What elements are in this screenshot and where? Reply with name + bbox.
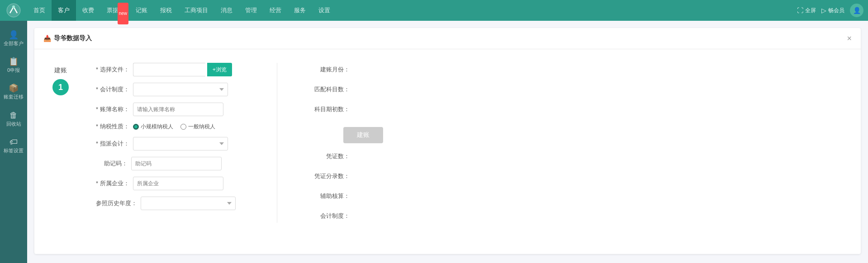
nav-item-home[interactable]: 首页 [27, 0, 52, 21]
panel-title-icon: 📥 [43, 35, 51, 42]
tax-small-radio[interactable]: 小规模纳税人 [133, 123, 173, 131]
form-section: * 选择文件： +浏览 * 会计制度： [96, 63, 241, 210]
sidebar-item-tag-settings[interactable]: 🏷 标签设置 [0, 132, 27, 159]
match-subjects-label: 匹配科目数： [313, 85, 350, 94]
ref-year-label: 参照历史年度： [96, 199, 137, 207]
ledger-name-row: * 账簿名称： [96, 103, 241, 116]
member-icon: ▷ [821, 7, 826, 14]
step-row: 建账 1 * 选择文件： +浏览 [52, 63, 843, 223]
nav-item-fee[interactable]: 收费 [76, 0, 100, 21]
file-label: * 选择文件： [96, 66, 129, 74]
step-badge: 1 [52, 79, 69, 95]
nav-right: ⛶ 全屏 ▷ 畅会员 👤 [797, 4, 863, 17]
file-text-input[interactable] [133, 63, 205, 76]
declaration-icon: 📋 [9, 57, 19, 66]
period-initial-label: 科目期初数： [313, 105, 350, 113]
accountant-select[interactable] [133, 137, 228, 150]
avatar[interactable]: 👤 [850, 4, 863, 17]
accounting-system-info-row: 会计制度： [313, 209, 413, 223]
svg-point-1 [12, 5, 15, 8]
file-input-row: +浏览 [133, 63, 232, 76]
voucher-entries-label: 凭证分录数： [313, 172, 350, 180]
fullscreen-icon: ⛶ [797, 7, 803, 14]
fullscreen-button[interactable]: ⛶ 全屏 [797, 7, 816, 14]
nav-item-bookkeeping[interactable]: 记账 [129, 0, 154, 21]
app-logo [5, 1, 23, 19]
company-row: * 所属企业： [96, 177, 241, 190]
voucher-count-row: 凭证数： [313, 150, 413, 163]
sidebar: 👤 全部客户 📋 0申报 📦 账套迁移 🗑 回收站 🏷 标签设置 [0, 21, 27, 263]
tax-type-radio-group: 小规模纳税人 一般纳税人 [133, 123, 215, 131]
browse-button[interactable]: +浏览 [207, 63, 232, 76]
sidebar-item-tag-settings-label: 标签设置 [4, 148, 24, 154]
build-button-container: 建账 [313, 122, 413, 143]
ledger-name-input[interactable] [133, 103, 223, 116]
nav-item-service[interactable]: 服务 [288, 0, 312, 21]
nav-item-manage[interactable]: 管理 [239, 0, 263, 21]
build-button[interactable]: 建账 [343, 127, 383, 143]
recycle-icon: 🗑 [9, 111, 18, 119]
company-input[interactable] [133, 177, 223, 190]
top-nav: 首页 客户 收费 票据 new 记账 报税 工商项目 消息 管理 经营 服务 设… [0, 0, 868, 21]
tax-general-radio[interactable]: 一般纳税人 [180, 123, 215, 131]
sidebar-item-all-customers[interactable]: 👤 全部客户 [0, 25, 27, 52]
sidebar-item-account-migration-label: 账套迁移 [4, 94, 24, 100]
voucher-entries-row: 凭证分录数： [313, 169, 413, 183]
file-row: * 选择文件： +浏览 [96, 63, 241, 76]
sidebar-item-declaration-label: 0申报 [7, 67, 20, 73]
ref-year-select[interactable] [141, 197, 236, 210]
aux-accounting-row: 辅助核算： [313, 189, 413, 203]
step-left: 建账 1 [52, 63, 69, 95]
panel-body: 建账 1 * 选择文件： +浏览 [34, 49, 861, 236]
accounting-system-select[interactable] [133, 83, 228, 96]
accounting-system-label: * 会计制度： [96, 85, 129, 94]
sidebar-item-recycle-label: 回收站 [6, 121, 21, 127]
panel-header: 📥 导爷数据导入 × [34, 28, 861, 49]
close-button[interactable]: × [847, 34, 852, 42]
nav-item-invoice[interactable]: 票据 new [100, 0, 129, 21]
voucher-count-label: 凭证数： [313, 152, 350, 160]
memo-code-row: 助记码： [96, 157, 241, 170]
nav-items: 首页 客户 收费 票据 new 记账 报税 工商项目 消息 管理 经营 服务 设… [27, 0, 797, 21]
main-layout: 👤 全部客户 📋 0申报 📦 账套迁移 🗑 回收站 🏷 标签设置 📥 导爷数据导… [0, 21, 868, 263]
ledger-name-label: * 账簿名称： [96, 105, 129, 113]
memo-code-label: 助记码： [96, 160, 128, 168]
accountant-row: * 指派会计： [96, 137, 241, 150]
create-month-label: 建账月份： [313, 66, 350, 74]
account-migration-icon: 📦 [9, 84, 19, 92]
tax-type-label: * 纳税性质： [96, 122, 129, 131]
ref-year-row: 参照历史年度： [96, 197, 241, 210]
divider [277, 63, 277, 223]
sidebar-item-recycle[interactable]: 🗑 回收站 [0, 106, 27, 132]
match-subjects-row: 匹配科目数： [313, 83, 413, 96]
nav-item-operation[interactable]: 经营 [263, 0, 288, 21]
accounting-system-info-label: 会计制度： [313, 212, 350, 220]
memo-code-input[interactable] [131, 157, 222, 170]
step-label: 建账 [54, 63, 67, 75]
panel-title: 📥 导爷数据导入 [43, 34, 92, 42]
main-panel: 📥 导爷数据导入 × 建账 1 [34, 28, 861, 254]
right-section: 建账月份： 匹配科目数： 科目期初数： [313, 63, 413, 223]
new-badge: new [118, 3, 128, 24]
accounting-system-row: * 会计制度： [96, 83, 241, 96]
sidebar-item-declaration[interactable]: 📋 0申报 [0, 52, 27, 79]
nav-item-customer[interactable]: 客户 [52, 0, 76, 21]
member-button[interactable]: ▷ 畅会员 [821, 7, 844, 14]
company-label: * 所属企业： [96, 179, 129, 188]
info-section: 建账月份： 匹配科目数： 科目期初数： [313, 63, 413, 116]
nav-item-message[interactable]: 消息 [214, 0, 239, 21]
aux-accounting-label: 辅助核算： [313, 192, 350, 200]
nav-item-business[interactable]: 工商项目 [178, 0, 214, 21]
accountant-label: * 指派会计： [96, 140, 129, 148]
all-customers-icon: 👤 [9, 31, 19, 39]
tax-type-row: * 纳税性质： 小规模纳税人 一般纳税人 [96, 122, 241, 131]
tag-settings-icon: 🏷 [9, 138, 18, 146]
nav-item-tax[interactable]: 报税 [154, 0, 178, 21]
sidebar-item-account-migration[interactable]: 📦 账套迁移 [0, 79, 27, 105]
nav-item-settings[interactable]: 设置 [312, 0, 337, 21]
period-initial-row: 科目期初数： [313, 103, 413, 116]
sidebar-item-all-customers-label: 全部客户 [4, 41, 24, 47]
info-section-2: 凭证数： 凭证分录数： 辅助核算： [313, 150, 413, 223]
content-area: 📥 导爷数据导入 × 建账 1 [27, 21, 868, 263]
create-month-row: 建账月份： [313, 63, 413, 76]
